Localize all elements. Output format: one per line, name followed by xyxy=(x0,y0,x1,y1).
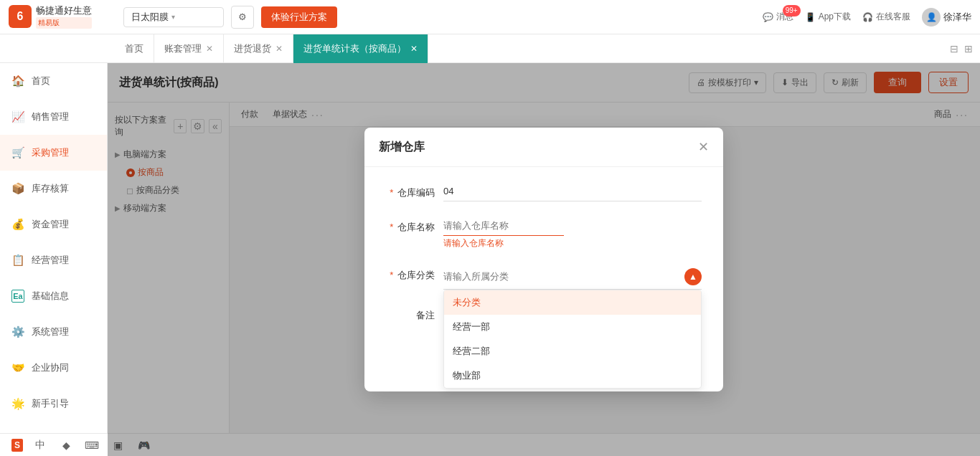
sales-icon: 📈 xyxy=(11,110,24,123)
sidebar-guide-label: 新手引导 xyxy=(32,397,69,410)
settings-button[interactable]: ⚙ xyxy=(231,6,254,29)
user-area[interactable]: 👤 徐泽华 xyxy=(922,8,971,27)
modal-header: 新增仓库 ✕ xyxy=(364,128,723,167)
close-icon[interactable]: ✕ xyxy=(206,44,213,54)
system-icon: ⚙️ xyxy=(11,326,24,338)
chevron-down-icon: ▾ xyxy=(171,13,175,21)
inventory-icon: 📦 xyxy=(11,182,24,195)
warehouse-name-row: * 仓库名称 请输入仓库名称 xyxy=(386,216,702,250)
sidebar-operations-label: 经营管理 xyxy=(32,254,69,267)
operations-icon: 📋 xyxy=(11,254,24,267)
warehouse-name-label: * 仓库名称 xyxy=(386,216,443,234)
customer-service-label: 在线客服 xyxy=(876,11,910,23)
top-header: 6 畅捷通好生意 精易版 日太阳膜 ▾ ⚙ 体验行业方案 💬 消息 99+ 📱 … xyxy=(0,0,980,34)
modal-overlay: 新增仓库 ✕ * 仓库编码 * xyxy=(108,63,980,456)
sidebar-sales-label: 销售管理 xyxy=(32,110,69,123)
warehouse-category-input[interactable] xyxy=(443,267,684,286)
dropdown-item-dept2[interactable]: 经营二部 xyxy=(444,339,701,364)
sidebar-inventory-label: 库存核算 xyxy=(32,182,69,195)
sidebar-basic-info-label: 基础信息 xyxy=(32,290,69,303)
warehouse-code-label: * 仓库编码 xyxy=(386,181,443,199)
app-logo-icon: 6 xyxy=(9,5,32,28)
guide-icon: 🌟 xyxy=(11,397,24,410)
tab-account-management-label: 账套管理 xyxy=(164,42,202,55)
message-icon: 💬 xyxy=(763,12,773,22)
modal-title: 新增仓库 xyxy=(379,140,425,155)
sidebar-item-operations[interactable]: 📋 经营管理 xyxy=(0,242,107,278)
warehouse-name-error: 请输入仓库名称 xyxy=(443,237,702,250)
sidebar-item-guide[interactable]: 🌟 新手引导 xyxy=(0,386,107,422)
category-dropdown-toggle[interactable]: ▲ xyxy=(684,268,702,285)
s-brand-icon: S xyxy=(11,439,23,452)
sidebar-item-finance[interactable]: 💰 资金管理 xyxy=(0,206,107,242)
brand-name: 畅捷通好生意 xyxy=(36,5,92,17)
close-icon[interactable]: ✕ xyxy=(410,44,418,54)
purchase-icon: 🛒 xyxy=(11,146,24,159)
collab-icon: 🤝 xyxy=(11,361,24,374)
tab-bar: 首页 账套管理 ✕ 进货退货 ✕ 进货单统计表（按商品） ✕ ⊟ ⊞ xyxy=(0,34,980,63)
app-download-label: App下载 xyxy=(819,11,851,23)
warehouse-category-row: * 仓库分类 ▲ 未分类 经营一部 经 xyxy=(386,264,702,290)
minimize-tabs-button[interactable]: ⊟ xyxy=(950,43,958,54)
warehouse-name-input[interactable] xyxy=(443,216,564,236)
message-badge: 99+ xyxy=(783,5,801,16)
finance-icon: 💰 xyxy=(11,218,24,231)
modal-body: * 仓库编码 * 仓库名称 请输入仓库名称 xyxy=(364,167,723,346)
logo-area: 6 畅捷通好生意 精易版 xyxy=(9,5,116,29)
tab-account-management[interactable]: 账套管理 ✕ xyxy=(154,34,224,63)
modal-close-button[interactable]: ✕ xyxy=(698,139,709,155)
sidebar: 🏠 首页 📈 销售管理 🛒 采购管理 📦 库存核算 💰 资金管理 📋 经营管理 … xyxy=(0,63,108,456)
sidebar-purchase-label: 采购管理 xyxy=(32,146,69,159)
phone-icon: 📱 xyxy=(805,12,816,22)
basic-info-icon: Ea xyxy=(11,290,24,303)
warehouse-code-row: * 仓库编码 xyxy=(386,181,702,201)
sidebar-item-basic-info[interactable]: Ea 基础信息 xyxy=(0,278,107,314)
chinese-input-icon[interactable]: 中 xyxy=(32,437,49,454)
dropdown-item-dept1[interactable]: 经营一部 xyxy=(444,315,701,339)
warehouse-notes-label: 备注 xyxy=(386,304,443,322)
sidebar-collab-label: 企业协同 xyxy=(32,361,69,374)
tab-purchase-returns[interactable]: 进货退货 ✕ xyxy=(224,34,293,63)
sidebar-item-home[interactable]: 🏠 首页 xyxy=(0,63,107,99)
warehouse-code-input[interactable] xyxy=(443,181,702,201)
home-icon: 🏠 xyxy=(11,75,24,87)
app-download-button[interactable]: 📱 App下载 xyxy=(805,11,851,23)
expand-tabs-button[interactable]: ⊞ xyxy=(964,43,973,54)
user-name: 徐泽华 xyxy=(943,11,971,24)
store-name: 日太阳膜 xyxy=(131,11,169,24)
store-selector[interactable]: 日太阳膜 ▾ xyxy=(123,7,224,27)
gear-icon: ⚙ xyxy=(238,11,247,22)
keyboard-icon[interactable]: ⌨ xyxy=(83,437,100,454)
content-area: 进货单统计(按商品) 🖨 按模板打印 ▾ ⬇ 导出 ↻ 刷新 查询 设置 xyxy=(108,63,980,456)
tab-purchase-stats[interactable]: 进货单统计表（按商品） ✕ xyxy=(293,34,428,63)
sidebar-home-label: 首页 xyxy=(32,75,50,87)
sidebar-item-system[interactable]: ⚙️ 系统管理 xyxy=(0,314,107,350)
dropdown-item-uncategorized[interactable]: 未分类 xyxy=(444,290,701,315)
edition-badge: 精易版 xyxy=(36,17,92,29)
sidebar-item-purchase[interactable]: 🛒 采购管理 xyxy=(0,135,107,171)
messages-button[interactable]: 💬 消息 99+ xyxy=(763,11,793,23)
sidebar-system-label: 系统管理 xyxy=(32,326,69,338)
dropdown-item-dept3[interactable]: 物业部 xyxy=(444,364,701,388)
tab-home-label: 首页 xyxy=(125,42,143,55)
headset-icon: 🎧 xyxy=(862,12,873,22)
sidebar-item-sales[interactable]: 📈 销售管理 xyxy=(0,99,107,135)
customer-service-button[interactable]: 🎧 在线客服 xyxy=(862,11,910,23)
sidebar-item-inventory[interactable]: 📦 库存核算 xyxy=(0,171,107,206)
tab-purchase-returns-label: 进货退货 xyxy=(234,42,271,55)
category-dropdown-list: 未分类 经营一部 经营二部 物业部 xyxy=(443,290,702,389)
sidebar-item-collab[interactable]: 🤝 企业协同 xyxy=(0,350,107,386)
sidebar-finance-label: 资金管理 xyxy=(32,218,69,231)
close-icon[interactable]: ✕ xyxy=(275,44,283,54)
try-industry-button[interactable]: 体验行业方案 xyxy=(261,6,337,28)
main-layout: 🏠 首页 📈 销售管理 🛒 采购管理 📦 库存核算 💰 资金管理 📋 经营管理 … xyxy=(0,63,980,456)
tab-end-controls: ⊟ ⊞ xyxy=(943,43,980,54)
tab-purchase-stats-label: 进货单统计表（按商品） xyxy=(303,42,406,55)
header-right: 💬 消息 99+ 📱 App下载 🎧 在线客服 👤 徐泽华 xyxy=(763,8,971,27)
diamond-icon[interactable]: ◆ xyxy=(57,437,75,454)
warehouse-category-label: * 仓库分类 xyxy=(386,264,443,282)
tab-home[interactable]: 首页 xyxy=(115,34,154,63)
avatar: 👤 xyxy=(922,8,941,27)
new-warehouse-modal: 新增仓库 ✕ * 仓库编码 * xyxy=(364,128,723,391)
